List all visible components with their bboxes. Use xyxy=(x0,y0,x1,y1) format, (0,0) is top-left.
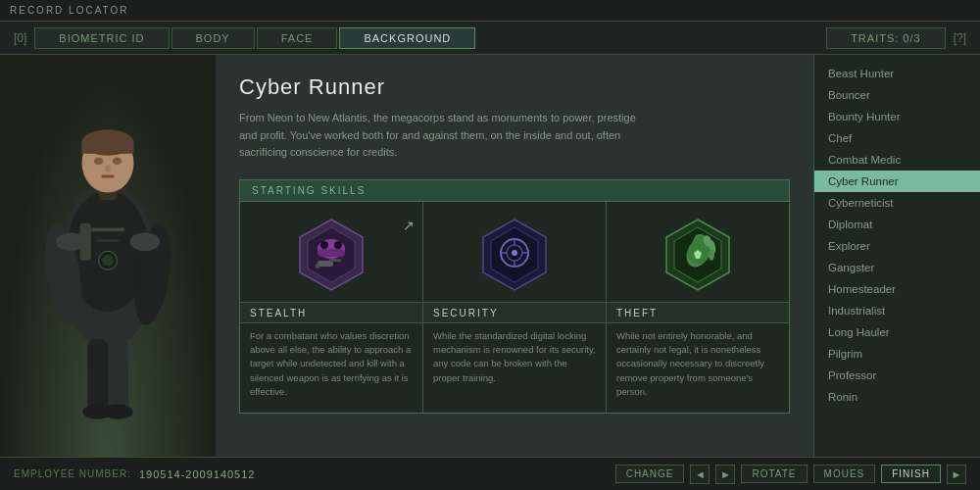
svg-rect-5 xyxy=(81,142,133,153)
svg-point-17 xyxy=(130,232,160,251)
rotate-button[interactable]: ROTATE xyxy=(741,465,807,483)
stealth-desc: For a combatant who values discretion ab… xyxy=(240,323,422,405)
sidebar-item-pilgrim[interactable]: Pilgrim xyxy=(814,343,980,365)
skills-section: STARTING SKILLS ↗ xyxy=(239,179,790,414)
svg-rect-22 xyxy=(80,223,91,261)
tab-face[interactable]: FACE xyxy=(257,27,338,49)
center-content: Cyber Runner From Neon to New Atlantis, … xyxy=(216,55,813,457)
moues-button[interactable]: MOUES xyxy=(813,465,876,483)
svg-rect-13 xyxy=(97,239,120,242)
svg-point-27 xyxy=(320,241,328,249)
background-description: From Neon to New Atlantis, the megacorps… xyxy=(239,110,651,162)
sidebar-item-beast-hunter[interactable]: Beast Hunter xyxy=(814,63,980,84)
sidebar-item-explorer[interactable]: Explorer xyxy=(814,235,980,257)
svg-rect-30 xyxy=(329,259,341,262)
svg-point-28 xyxy=(334,241,342,249)
skill-card-theft: THEFT While not entirely honorable, and … xyxy=(607,202,789,413)
skill-card-security: SECURITY While the standardized digital … xyxy=(423,202,607,413)
employee-label: EMPLOYEE NUMBER: xyxy=(14,468,131,479)
skill-icon-security xyxy=(423,202,606,302)
skill-card-stealth: ↗ xyxy=(240,202,423,413)
tab-background[interactable]: BACKGROUND xyxy=(339,27,475,49)
next-button[interactable]: ► xyxy=(715,465,735,484)
background-list: Beast Hunter Bouncer Bounty Hunter Chef … xyxy=(813,55,980,457)
left-bracket: [0] xyxy=(8,31,32,45)
main-content: Cyber Runner From Neon to New Atlantis, … xyxy=(0,55,980,457)
svg-rect-12 xyxy=(91,228,124,232)
svg-rect-18 xyxy=(87,339,108,414)
svg-point-7 xyxy=(113,158,122,166)
svg-point-15 xyxy=(102,255,113,266)
prev-button[interactable]: ◄ xyxy=(690,465,710,484)
svg-rect-19 xyxy=(108,339,128,414)
svg-point-8 xyxy=(105,165,111,172)
sidebar-item-long-hauler[interactable]: Long Hauler xyxy=(814,321,980,343)
theft-hexagon xyxy=(659,216,737,294)
theft-name: THEFT xyxy=(607,302,789,323)
change-button[interactable]: CHANGE xyxy=(615,465,685,483)
stealth-name: STEALTH xyxy=(240,302,422,323)
tab-biometric[interactable]: BIOMETRIC ID xyxy=(34,27,169,49)
sidebar-item-combat-medic[interactable]: Combat Medic xyxy=(814,149,980,171)
character-portrait xyxy=(20,79,196,432)
sidebar-item-bouncer[interactable]: Bouncer xyxy=(814,84,980,106)
svg-point-21 xyxy=(103,405,132,419)
svg-point-45 xyxy=(709,249,714,261)
bottom-bar: EMPLOYEE NUMBER: 190514-2009140512 CHANG… xyxy=(0,457,980,490)
security-desc: While the standardized digital locking m… xyxy=(423,323,606,391)
sidebar-item-cyberneticist[interactable]: Cyberneticist xyxy=(814,192,980,214)
security-name: SECURITY xyxy=(423,302,606,323)
bottom-buttons: CHANGE ◄ ► ROTATE MOUES FINISH ► xyxy=(615,465,966,484)
finish-button[interactable]: FINISH xyxy=(881,465,941,483)
svg-rect-9 xyxy=(101,175,114,178)
nav-tabs: [0] BIOMETRIC ID BODY FACE BACKGROUND TR… xyxy=(0,22,980,55)
skills-header: STARTING SKILLS xyxy=(240,180,789,202)
skill-icon-theft xyxy=(607,202,789,302)
sidebar-item-gangster[interactable]: Gangster xyxy=(814,257,980,278)
sidebar-item-ronin[interactable]: Ronin xyxy=(814,386,980,408)
stealth-hexagon xyxy=(292,216,370,294)
sidebar-item-industrialist[interactable]: Industrialist xyxy=(814,300,980,321)
sidebar-item-cyber-runner[interactable]: Cyber Runner xyxy=(814,171,980,192)
tab-body[interactable]: BODY xyxy=(172,27,255,49)
skills-cards: ↗ xyxy=(240,202,789,413)
cursor-icon: ↗ xyxy=(403,218,415,233)
tab-traits[interactable]: TRAITS: 0/3 xyxy=(826,27,946,49)
sidebar-item-professor[interactable]: Professor xyxy=(814,365,980,386)
right-bracket: [?] xyxy=(948,31,972,45)
portrait-area xyxy=(0,55,216,457)
svg-point-36 xyxy=(512,250,517,256)
theft-desc: While not entirely honorable, and certai… xyxy=(607,323,789,405)
sidebar-item-chef[interactable]: Chef xyxy=(814,127,980,149)
top-bar: RECORD LOCATOR xyxy=(0,0,980,22)
skill-icon-stealth: ↗ xyxy=(240,202,422,302)
background-name: Cyber Runner xyxy=(239,74,790,100)
svg-rect-26 xyxy=(318,249,345,257)
security-hexagon xyxy=(475,216,554,294)
svg-point-6 xyxy=(94,158,103,166)
svg-rect-31 xyxy=(316,264,319,269)
sidebar-item-homesteader[interactable]: Homesteader xyxy=(814,278,980,300)
app-title: RECORD LOCATOR xyxy=(10,5,129,16)
sidebar-item-bounty-hunter[interactable]: Bounty Hunter xyxy=(814,106,980,127)
finish-arrow[interactable]: ► xyxy=(947,465,966,484)
sidebar-item-diplomat[interactable]: Diplomat xyxy=(814,214,980,235)
employee-number: 190514-2009140512 xyxy=(139,468,256,480)
